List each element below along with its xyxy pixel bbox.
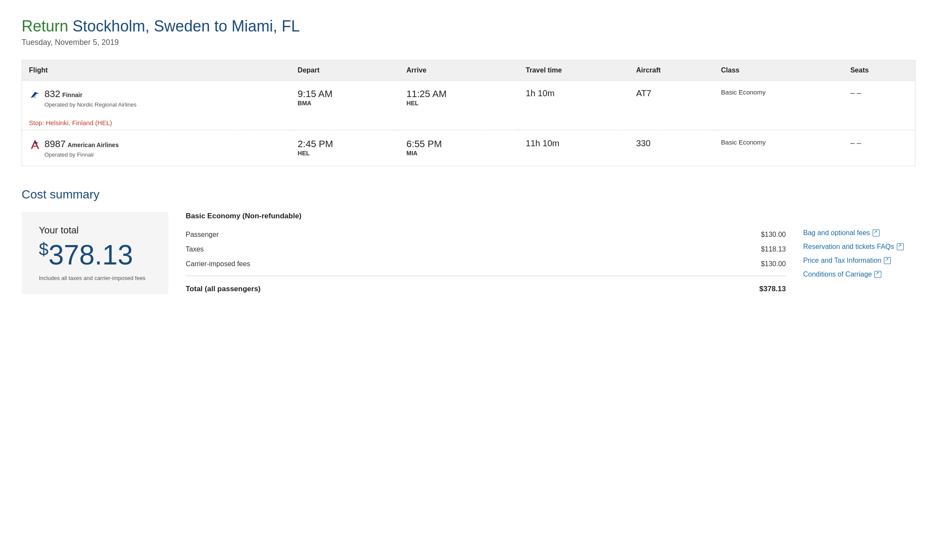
page-date: Tuesday, November 5, 2019: [22, 38, 915, 47]
price-tax-label: Price and Tax Information: [803, 257, 881, 264]
travel-time-2: 11h 10m: [526, 138, 623, 148]
external-link-icon-0: [873, 230, 880, 236]
col-traveltime: Travel time: [519, 60, 630, 81]
american-airlines-logo-icon: [29, 139, 41, 151]
travel-time-1: 1h 10m: [526, 88, 623, 98]
conditions-carriage-link[interactable]: Conditions of Carriage: [803, 271, 915, 278]
passenger-label: Passenger: [186, 231, 219, 239]
cost-divider: [186, 276, 786, 276]
arrive-time-1: 11:25 AM: [406, 88, 512, 100]
arrive-airport-1: HEL: [406, 100, 512, 107]
external-link-icon-2: [884, 257, 891, 264]
page-title: Return Stockholm, Sweden to Miami, FL: [22, 17, 915, 35]
total-label: Total (all passengers): [186, 285, 261, 293]
bag-fees-link[interactable]: Bag and optional fees: [803, 229, 915, 237]
carrier-fees-label: Carrier-imposed fees: [186, 260, 250, 268]
depart-time-2: 2:45 PM: [298, 138, 393, 150]
arrive-airport-2: MIA: [406, 150, 512, 157]
your-total-amount: $378.13: [39, 240, 151, 269]
cost-total-line: Total (all passengers) $378.13: [186, 280, 786, 298]
return-word: Return: [22, 17, 68, 35]
bag-fees-label: Bag and optional fees: [803, 229, 870, 237]
aircraft-2: 330: [636, 138, 707, 148]
passenger-amount: $130.00: [751, 231, 786, 239]
price-tax-link[interactable]: Price and Tax Information: [803, 257, 915, 264]
airline-name-2: American Airlines: [67, 142, 119, 148]
depart-airport-1: BMA: [298, 100, 393, 107]
col-depart: Depart: [291, 60, 399, 81]
total-value: 378.13: [48, 239, 133, 271]
fare-type-label: Basic Economy (Non-refundable): [186, 212, 786, 220]
class-1: Basic Economy: [721, 88, 836, 96]
dollar-sign: $: [39, 239, 48, 258]
cost-summary-title: Cost summary: [22, 188, 915, 201]
operated-by-2: Operated by Finnair: [44, 151, 119, 158]
external-link-icon-3: [874, 271, 881, 278]
your-total-label: Your total: [39, 225, 151, 236]
reservation-faqs-label: Reservation and tickets FAQs: [803, 243, 894, 251]
links-column: Bag and optional fees Reservation and ti…: [803, 212, 915, 278]
operated-by-1: Operated by Nordic Regional Airlines: [44, 101, 136, 108]
external-link-icon-1: [897, 243, 904, 250]
airline-name-1: Finnair: [62, 91, 82, 98]
col-class: Class: [714, 60, 843, 81]
your-total-box: Your total $378.13 Includes all taxes an…: [22, 212, 168, 294]
aircraft-1: AT7: [636, 88, 707, 98]
conditions-carriage-label: Conditions of Carriage: [803, 271, 872, 278]
flight-table: Flight Depart Arrive Travel time Aircraf…: [22, 60, 915, 166]
depart-airport-2: HEL: [298, 150, 393, 157]
seats-2: – –: [850, 138, 908, 148]
stop-row: Stop: Helsinki, Finland (HEL): [22, 116, 915, 130]
cost-line-carrier-fees: Carrier-imposed fees $130.00: [186, 257, 786, 271]
depart-time-1: 9:15 AM: [298, 88, 393, 100]
flight-number-2: 8987: [44, 138, 66, 149]
table-row: 8987 American Airlines Operated by Finna…: [22, 131, 915, 166]
cost-details: Basic Economy (Non-refundable) Passenger…: [186, 212, 786, 298]
table-row: 832 Finnair Operated by Nordic Regional …: [22, 81, 915, 116]
class-2: Basic Economy: [721, 138, 836, 146]
col-aircraft: Aircraft: [629, 60, 714, 81]
route-text: Stockholm, Sweden to Miami, FL: [73, 17, 300, 35]
seats-1: – –: [850, 88, 908, 98]
cost-summary-section: Cost summary Your total $378.13 Includes…: [22, 188, 915, 298]
reservation-faqs-link[interactable]: Reservation and tickets FAQs: [803, 243, 915, 251]
carrier-fees-amount: $130.00: [751, 260, 786, 268]
col-seats: Seats: [843, 60, 915, 81]
includes-text: Includes all taxes and carrier-imposed f…: [39, 275, 151, 281]
taxes-label: Taxes: [186, 245, 204, 253]
taxes-amount: $118.13: [751, 245, 786, 253]
cost-line-taxes: Taxes $118.13: [186, 242, 786, 257]
arrive-time-2: 6:55 PM: [406, 138, 512, 150]
stop-text: Stop: Helsinki, Finland (HEL): [29, 119, 112, 126]
col-flight: Flight: [22, 60, 291, 81]
col-arrive: Arrive: [399, 60, 519, 81]
flight-number-1: 832: [44, 88, 60, 99]
finnair-logo-icon: [29, 89, 41, 101]
cost-line-passenger: Passenger $130.00: [186, 227, 786, 242]
total-final-amount: $378.13: [760, 285, 786, 293]
